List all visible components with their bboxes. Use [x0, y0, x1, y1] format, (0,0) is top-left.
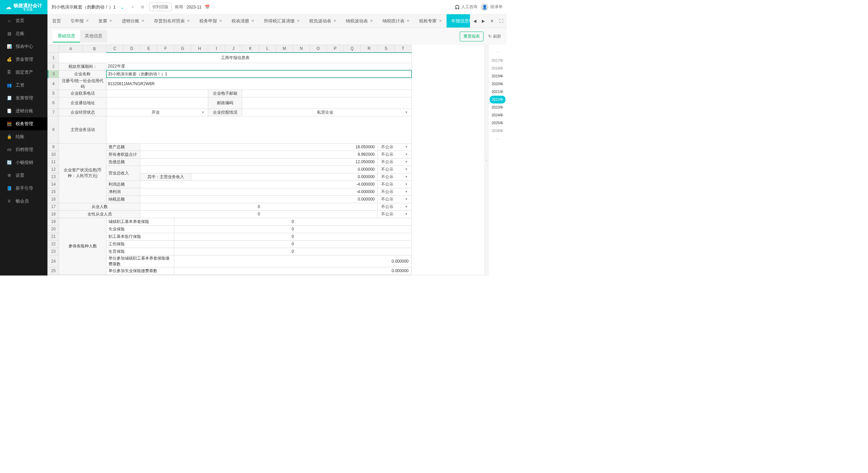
cell-value[interactable]: 12.050000 [140, 158, 378, 166]
col-header[interactable]: J [225, 45, 242, 53]
rail-collapse[interactable]: ‹ [484, 45, 488, 276]
col-header[interactable]: M [276, 45, 293, 53]
year-2020年[interactable]: 2020年 [490, 80, 506, 88]
cell-value[interactable]: 0.000000 [174, 255, 412, 267]
tab-close-icon[interactable]: ✕ [333, 19, 336, 23]
col-header[interactable]: S [378, 45, 395, 53]
cell-value[interactable]: 0.000000 [140, 166, 378, 173]
row-header[interactable]: 25 [48, 267, 59, 275]
sidebar-item-settings[interactable]: ⚙设置 [0, 169, 47, 182]
row-header[interactable]: 6 [48, 97, 59, 109]
tab-8[interactable]: 税负波动表✕ [304, 14, 341, 27]
row-header[interactable]: 15 [48, 188, 59, 195]
sidebar-item-purchase[interactable]: 📑进销台账 [0, 105, 47, 117]
publish-dropdown[interactable]: 不公示▼ [378, 143, 412, 151]
tab-9[interactable]: 纳税波动表✕ [341, 14, 378, 27]
row-header[interactable]: 24 [48, 255, 59, 267]
year-2017年[interactable]: 2017年 [490, 57, 506, 64]
col-header[interactable]: F [157, 45, 174, 53]
col-header[interactable]: E [140, 45, 157, 53]
col-header[interactable]: L [259, 45, 276, 53]
col-header[interactable] [48, 45, 59, 53]
cell-value[interactable] [106, 116, 412, 143]
cell-value[interactable] [106, 97, 208, 109]
row-header[interactable]: 16 [48, 195, 59, 203]
calendar-icon[interactable]: 📅 [205, 5, 210, 10]
tab-1[interactable]: 引申报✕ [66, 14, 94, 27]
row-header[interactable]: 21 [48, 233, 59, 240]
publish-dropdown[interactable]: 不公示▼ [378, 181, 412, 188]
year-down-icon[interactable]: ﹀ [494, 135, 501, 144]
year-2021年[interactable]: 2021年 [490, 88, 506, 96]
row-header[interactable]: 9 [48, 143, 59, 151]
add-icon[interactable]: ＋ [129, 3, 136, 11]
col-header[interactable]: K [242, 45, 259, 53]
cell-value[interactable]: 0 [174, 225, 412, 233]
user-menu[interactable]: 👤 徐泽华 [481, 3, 502, 11]
sidebar-item-vip[interactable]: V畅会员 [0, 195, 47, 208]
sidebar-item-chart[interactable]: 📊报表中心 [0, 40, 47, 53]
col-header[interactable]: N [293, 45, 310, 53]
sidebar-item-asset[interactable]: 🗄固定资产 [0, 66, 47, 79]
refresh-button[interactable]: ↻ 刷新 [488, 34, 501, 39]
tab-close-icon[interactable]: ✕ [219, 19, 222, 23]
col-header[interactable]: R [361, 45, 378, 53]
row-header[interactable]: 5 [48, 90, 59, 97]
tab-3[interactable]: 进销台账✕ [117, 14, 149, 27]
row-header[interactable]: 19 [48, 218, 59, 225]
old-version-button[interactable]: 切到旧版 [149, 3, 172, 11]
publish-dropdown[interactable]: 不公示▼ [378, 173, 412, 181]
col-header[interactable]: H [191, 45, 208, 53]
col-header[interactable]: I [208, 45, 225, 53]
year-2022年[interactable]: 2022年 [490, 96, 506, 103]
status-dropdown[interactable]: 开业▼ [106, 109, 208, 116]
publish-dropdown[interactable]: 不公示▼ [378, 203, 412, 210]
fullscreen-icon[interactable]: ⛶ [498, 18, 505, 24]
company-name-input[interactable]: 刘小艳演示账套（勿删勿动！）1 [106, 70, 412, 78]
sidebar-item-invoice[interactable]: 🧾发票管理 [0, 92, 47, 105]
publish-dropdown[interactable]: 不公示▼ [378, 188, 412, 195]
cell-value[interactable]: 0 [140, 210, 378, 218]
tab-prev-icon[interactable]: ◀ [472, 18, 478, 24]
tab-5[interactable]: 税务申报✕ [195, 14, 227, 27]
holding-dropdown[interactable]: 私营企业▼ [242, 109, 412, 116]
row-header[interactable]: 10 [48, 151, 59, 158]
row-header[interactable]: 11 [48, 158, 59, 166]
tab-close-icon[interactable]: ✕ [489, 18, 495, 24]
tab-close-icon[interactable]: ✕ [297, 19, 300, 23]
cell-value[interactable]: 0 [174, 248, 412, 255]
cell-value[interactable]: 2022年度 [106, 63, 412, 70]
sidebar-item-guide[interactable]: 📘新手引导 [0, 182, 47, 195]
tab-close-icon[interactable]: ✕ [187, 19, 190, 23]
col-header[interactable]: A [59, 45, 83, 53]
year-2018年[interactable]: 2018年 [490, 64, 506, 72]
subtab-other[interactable]: 其他信息 [80, 30, 107, 42]
cell-value[interactable]: -4.000000 [140, 181, 378, 188]
tab-4[interactable]: 存货别名对照表✕ [149, 14, 195, 27]
tab-0[interactable]: 首页 [47, 14, 66, 27]
sidebar-item-wallet[interactable]: 💰资金管理 [0, 53, 47, 66]
row-header[interactable]: 2 [48, 63, 59, 70]
sidebar-item-ledger[interactable]: ▤总账 [0, 27, 47, 40]
sidebar-item-archive[interactable]: 🗃归档管理 [0, 143, 47, 156]
cell-value[interactable]: 91320811MA7NGR2W6R [106, 78, 412, 90]
publish-dropdown[interactable]: 不公示▼ [378, 158, 412, 166]
col-header[interactable]: B [83, 45, 106, 53]
subtab-basic[interactable]: 基础信息 [53, 30, 80, 42]
row-header[interactable]: 3 [48, 70, 59, 78]
row-header[interactable]: 7 [48, 109, 59, 116]
row-header[interactable]: 13 [48, 173, 59, 181]
col-header[interactable]: O [310, 45, 327, 53]
cell-value[interactable] [242, 90, 412, 97]
col-header[interactable]: T [395, 45, 412, 53]
year-2019年[interactable]: 2019年 [490, 72, 506, 80]
row-header[interactable]: 20 [48, 225, 59, 233]
reset-report-button[interactable]: 重置报表 [460, 32, 484, 41]
col-header[interactable]: P [327, 45, 344, 53]
sidebar-item-home[interactable]: ⌂首页 [0, 14, 47, 27]
cell-value[interactable] [106, 90, 208, 97]
tab-close-icon[interactable]: ✕ [86, 19, 89, 23]
account-selector[interactable]: 刘小艳演示账套（勿删勿动！）1 [52, 4, 116, 10]
cell-value[interactable]: 9.992000 [140, 151, 378, 158]
tab-close-icon[interactable]: ✕ [370, 19, 373, 23]
